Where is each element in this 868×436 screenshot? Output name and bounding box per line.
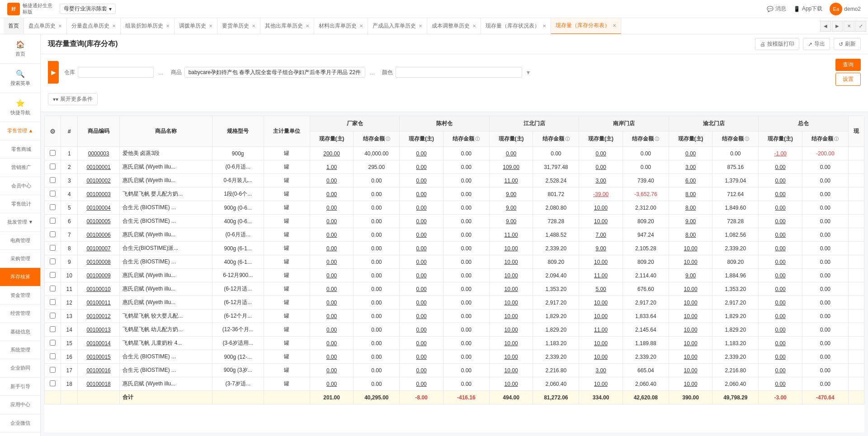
row-cw-stock[interactable]: 0.00	[400, 160, 443, 174]
sidebar-item-quicknav[interactable]: ⭐ 快捷导航	[0, 93, 40, 122]
row-jb-stock[interactable]: 10.00	[489, 309, 533, 323]
row-code[interactable]: 00100011	[78, 296, 120, 309]
row-total-stock[interactable]: 0.00	[759, 364, 802, 377]
row-checkbox[interactable]	[45, 174, 61, 188]
sidebar-item-search[interactable]: 🔍 搜索英单	[0, 64, 40, 93]
close-icon[interactable]: ✕	[112, 23, 116, 28]
row-na-stock[interactable]: 9.00	[579, 242, 623, 255]
row-total-stock[interactable]: 0.00	[759, 228, 802, 242]
export-btn[interactable]: ↗ 导出	[803, 38, 830, 50]
row-na-stock[interactable]: 3.00	[579, 174, 623, 188]
nav-prev-arrow[interactable]: ◀	[820, 21, 831, 32]
row-jb-stock[interactable]: 11.00	[489, 228, 533, 242]
row-na-stock[interactable]: 10.00	[579, 337, 623, 350]
row-na-stock[interactable]: 10.00	[579, 296, 623, 309]
row-fw-stock[interactable]: 0.00	[310, 296, 353, 309]
row-code[interactable]: 00100013	[78, 323, 120, 337]
nav-next-arrow[interactable]: ▶	[832, 21, 843, 32]
close-icon[interactable]: ✕	[306, 23, 309, 28]
row-na-stock[interactable]: 10.00	[579, 309, 623, 323]
setting-btn[interactable]: 设置	[835, 73, 861, 86]
row-cw-stock[interactable]: 0.00	[400, 377, 443, 391]
row-total-stock[interactable]: 0.00	[759, 174, 802, 188]
row-na-stock[interactable]: 5.00	[579, 282, 623, 296]
row-code[interactable]: 00100008	[78, 255, 120, 269]
row-code[interactable]: 0000003	[78, 147, 120, 160]
row-yb-stock[interactable]: 3.00	[669, 160, 712, 174]
row-na-stock[interactable]: 10.00	[579, 255, 623, 269]
row-total-stock[interactable]: 0.00	[759, 215, 802, 228]
row-code[interactable]: 00100004	[78, 201, 120, 215]
row-na-stock[interactable]: 0.00	[579, 147, 623, 160]
row-yb-stock[interactable]: 10.00	[669, 309, 712, 323]
sidebar-item-enterprise[interactable]: 企业协同	[0, 359, 40, 377]
row-code[interactable]: 00100006	[78, 228, 120, 242]
row-yb-stock[interactable]: 10.00	[669, 296, 712, 309]
row-checkbox[interactable]	[45, 377, 61, 391]
row-cw-stock[interactable]: 0.00	[400, 323, 443, 337]
color-chevron[interactable]: ▾	[527, 69, 530, 76]
sidebar-item-wholesale[interactable]: 批发管理 ▼	[0, 213, 40, 231]
row-yb-stock[interactable]: 8.00	[669, 201, 712, 215]
row-na-stock[interactable]: 7.00	[579, 228, 623, 242]
row-fw-stock[interactable]: 200.00	[310, 147, 353, 160]
tab-partial-inventory[interactable]: 分量盘点单历史 ✕	[67, 18, 121, 34]
row-checkbox[interactable]	[45, 282, 61, 296]
row-fw-stock[interactable]: 0.00	[310, 188, 353, 201]
sidebar-item-guide[interactable]: 新手引导	[0, 378, 40, 396]
row-na-stock[interactable]: -39.00	[579, 188, 623, 201]
print-btn[interactable]: 🖨 按模版打印	[755, 38, 799, 50]
row-yb-stock[interactable]: 10.00	[669, 337, 712, 350]
tab-home[interactable]: 首页	[4, 18, 24, 34]
warehouse-input[interactable]	[78, 67, 154, 78]
row-jb-stock[interactable]: 9.00	[489, 188, 533, 201]
row-total-stock[interactable]: 0.00	[759, 296, 802, 309]
row-cw-stock[interactable]: 0.00	[400, 364, 443, 377]
row-total-stock[interactable]: 0.00	[759, 160, 802, 174]
row-code[interactable]: 00100007	[78, 242, 120, 255]
row-fw-stock[interactable]: 1.00	[310, 160, 353, 174]
row-fw-stock[interactable]: 0.00	[310, 255, 353, 269]
row-jb-stock[interactable]: 10.00	[489, 377, 533, 391]
sidebar-item-wechat[interactable]: 企业微信	[0, 414, 40, 432]
tab-cost-adjust[interactable]: 成本调整单历史 ✕	[427, 18, 481, 34]
row-cw-stock[interactable]: 0.00	[400, 309, 443, 323]
message-btn[interactable]: 💬 消息	[767, 5, 786, 13]
row-code[interactable]: 00100014	[78, 337, 120, 350]
sidebar-item-purchase[interactable]: 采购管理	[0, 250, 40, 268]
row-jb-stock[interactable]: 10.00	[489, 323, 533, 337]
close-icon[interactable]: ✕	[419, 23, 422, 28]
row-fw-stock[interactable]: 0.00	[310, 337, 353, 350]
row-na-stock[interactable]: 10.00	[579, 350, 623, 364]
row-na-stock[interactable]: 10.00	[579, 215, 623, 228]
filter-collapse-btn[interactable]: ▶	[48, 61, 59, 84]
sidebar-item-marketing[interactable]: 营销推广	[0, 159, 40, 177]
sidebar-item-home[interactable]: 🏠 首页	[0, 34, 40, 64]
row-na-stock[interactable]: 3.00	[579, 364, 623, 377]
close-icon[interactable]: ✕	[252, 23, 255, 28]
row-na-stock[interactable]: 11.00	[579, 323, 623, 337]
row-yb-stock[interactable]: 9.00	[669, 215, 712, 228]
row-total-stock[interactable]: 0.00	[759, 350, 802, 364]
row-total-stock[interactable]: 0.00	[759, 269, 802, 282]
row-code[interactable]: 00100012	[78, 309, 120, 323]
row-fw-stock[interactable]: 0.00	[310, 215, 353, 228]
close-icon[interactable]: ✕	[209, 23, 212, 28]
row-cw-stock[interactable]: 0.00	[400, 242, 443, 255]
row-cw-stock[interactable]: 0.00	[400, 269, 443, 282]
row-fw-stock[interactable]: 0.00	[310, 364, 353, 377]
sidebar-item-inventory[interactable]: 库存核算	[0, 268, 40, 286]
row-jb-stock[interactable]: 10.00	[489, 296, 533, 309]
row-cw-stock[interactable]: 0.00	[400, 188, 443, 201]
row-yb-stock[interactable]: 10.00	[669, 255, 712, 269]
row-checkbox[interactable]	[45, 242, 61, 255]
row-yb-stock[interactable]: 10.00	[669, 364, 712, 377]
row-code[interactable]: 00100001	[78, 160, 120, 174]
row-cw-stock[interactable]: 0.00	[400, 174, 443, 188]
row-yb-stock[interactable]: 8.00	[669, 228, 712, 242]
nav-close-arrow[interactable]: ✕	[844, 21, 854, 32]
row-fw-stock[interactable]: 0.00	[310, 282, 353, 296]
expand-conditions-btn[interactable]: ▾▾ 展开更多条件	[48, 93, 98, 105]
row-total-stock[interactable]: 0.00	[759, 188, 802, 201]
row-yb-stock[interactable]: 0.00	[669, 147, 712, 160]
